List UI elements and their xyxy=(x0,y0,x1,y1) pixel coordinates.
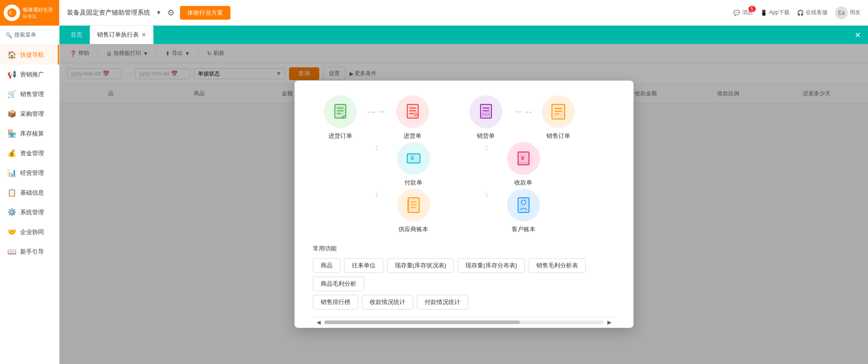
sales-bill-node[interactable] xyxy=(469,95,502,128)
arrow-down-receipt: ↓ xyxy=(478,189,496,199)
sales-icon: 🛒 xyxy=(7,90,16,98)
flow-row-2: ↓ ¥ xyxy=(313,142,615,187)
enterprise-icon: 🤝 xyxy=(7,228,16,236)
tab-close-topbar-icon[interactable]: ✕ xyxy=(851,27,864,43)
scroll-thumb[interactable] xyxy=(324,321,520,324)
flow-purchase-order: 进货订单 xyxy=(313,95,368,140)
arrow-down-sb: ↓ xyxy=(478,142,496,152)
scroll-right-arrow[interactable]: ▶ xyxy=(607,319,611,326)
sidebar-item-purchase[interactable]: 📦 采购管理 xyxy=(0,104,59,124)
purchase-order-label: 进货订单 xyxy=(328,132,352,140)
trial-button[interactable]: 体验行业方案 xyxy=(180,6,230,20)
sidebar-item-basic-info[interactable]: 📋 基础信息 xyxy=(0,183,59,202)
func-btn-stock-dist[interactable]: 现存量(库存分布表) xyxy=(458,258,525,273)
flow-row-3: ↓ xyxy=(313,189,615,234)
sidebar: 6 畅康通好生意 标准版 🔍 搜索菜单 🏠 快捷导航 📢 营销推广 xyxy=(0,0,60,364)
flow-modal: 进货订单 - - → xyxy=(295,81,633,328)
online-service-action[interactable]: 🎧 在线客服 xyxy=(797,9,828,16)
receipt-bill-node[interactable]: ¥ xyxy=(507,142,540,175)
func-btn-contacts[interactable]: 往来单位 xyxy=(344,258,383,273)
scroll-bar-area: ◀ ▶ xyxy=(313,317,615,327)
func-btn-product[interactable]: 商品 xyxy=(313,258,340,273)
flow-payment-bill: ¥ 付款单 xyxy=(386,142,441,187)
marketing-icon: 📢 xyxy=(7,70,16,79)
headset-icon: 🎧 xyxy=(797,10,804,16)
svg-rect-18 xyxy=(481,113,491,116)
arrow-down-pb: ↓ xyxy=(368,142,386,152)
logo-icon: 6 xyxy=(4,5,20,21)
func-btn-payment-stats[interactable]: 付款情况统计 xyxy=(417,295,468,310)
customer-ledger-label: 客户账本 xyxy=(512,225,535,234)
message-badge: 5 xyxy=(748,6,756,12)
sidebar-item-finance[interactable]: 💰 资金管理 xyxy=(0,143,59,163)
sidebar-search-area[interactable]: 🔍 搜索菜单 xyxy=(0,26,59,45)
sidebar-item-enterprise[interactable]: 🤝 企业协同 xyxy=(0,222,59,242)
svg-text:¥: ¥ xyxy=(520,154,524,162)
sidebar-item-sales[interactable]: 🛒 销售管理 xyxy=(0,84,59,104)
arrow-po-to-pb: - - → xyxy=(368,105,385,130)
sidebar-item-newbie[interactable]: 📖 新手引导 xyxy=(0,242,59,261)
svg-text:✓: ✓ xyxy=(415,113,418,117)
sidebar-item-operations[interactable]: 📊 经营管理 xyxy=(0,163,59,183)
app-download-action[interactable]: 📱 App下载 xyxy=(760,9,790,16)
svg-rect-31 xyxy=(408,198,419,212)
flow-sales-bill: 销货单 xyxy=(459,95,513,140)
svg-point-0 xyxy=(7,8,16,17)
topbar-actions: 💬 消息 5 📱 App下载 🎧 在线客服 Ea 用友 xyxy=(733,6,861,19)
sidebar-item-quick-nav[interactable]: 🏠 快捷导航 xyxy=(0,45,59,65)
topbar: 装备及固定资产辅助管理系统 ▼ ⚙ 体验行业方案 💬 消息 5 📱 App下载 … xyxy=(60,0,868,26)
tab-close-icon[interactable]: ✕ xyxy=(142,32,146,38)
search-menu-button[interactable]: 🔍 搜索菜单 xyxy=(4,29,55,41)
func-btn-product-profit[interactable]: 商品毛利分析 xyxy=(313,277,364,291)
topbar-settings-icon[interactable]: ⚙ xyxy=(167,8,175,18)
svg-text:6: 6 xyxy=(9,11,12,16)
func-buttons-row-2: 销售排行榜 收款情况统计 付款情况统计 xyxy=(313,295,615,310)
operations-icon: 📊 xyxy=(7,168,16,177)
topbar-dropdown-arrow[interactable]: ▼ xyxy=(156,9,162,16)
modal-content: 进货订单 - - → xyxy=(295,81,633,328)
sidebar-item-system[interactable]: ⚙️ 系统管理 xyxy=(0,202,59,222)
inventory-icon: 🏪 xyxy=(7,129,16,138)
func-buttons-row-1: 商品 往来单位 现存量(库存状况表) 现存量(库存分布表) 销售毛利分析表 商品… xyxy=(313,258,615,291)
common-func-title: 常用功能 xyxy=(313,244,615,253)
tab-home[interactable]: 首页 xyxy=(63,26,90,44)
search-icon: 🔍 xyxy=(5,32,12,38)
tab-sales-exec[interactable]: 销售订单执行表 ✕ xyxy=(90,26,153,44)
scroll-track[interactable] xyxy=(324,321,604,324)
payment-bill-node[interactable]: ¥ xyxy=(397,142,430,175)
flow-receipt-bill: ¥ 收款单 xyxy=(496,142,551,187)
content-area: ❓ 帮助 🖨 按模板打印 ▼ ⬆ 导出 ▼ ↻ 刷新 xyxy=(60,44,868,364)
modal-overlay[interactable]: 进货订单 - - → xyxy=(60,44,868,364)
sidebar-logo: 6 畅康通好生意 标准版 xyxy=(0,0,59,26)
tabbar: 首页 销售订单执行表 ✕ ✕ xyxy=(60,26,868,44)
flow-supplier-ledger: 供应商账本 xyxy=(386,189,441,234)
func-btn-stock-status[interactable]: 现存量(库存状况表) xyxy=(387,258,454,273)
sales-order-label: 销售订单 xyxy=(546,132,570,140)
system-icon: ⚙️ xyxy=(7,208,16,217)
func-btn-receipt-stats[interactable]: 收款情况统计 xyxy=(362,295,413,310)
purchase-bill-label: 进货单 xyxy=(404,132,421,140)
receipt-bill-label: 收款单 xyxy=(514,179,532,187)
sales-order-node[interactable] xyxy=(542,95,575,128)
sidebar-item-marketing[interactable]: 📢 营销推广 xyxy=(0,65,59,84)
purchase-order-node[interactable] xyxy=(324,95,357,128)
sidebar-item-inventory[interactable]: 🏪 库存核算 xyxy=(0,124,59,143)
arrow-so-to-sb: ← - - xyxy=(513,105,531,130)
purchase-icon: 📦 xyxy=(7,109,16,118)
scroll-left-arrow[interactable]: ◀ xyxy=(317,319,321,326)
flow-sales-order: 销售订单 xyxy=(531,95,586,140)
home-icon: 🏠 xyxy=(7,50,16,59)
func-btn-sales-profit[interactable]: 销售毛利分析表 xyxy=(529,258,586,273)
app-download-icon: 📱 xyxy=(760,10,767,16)
customer-ledger-node[interactable] xyxy=(507,189,540,222)
flow-customer-ledger: 客户账本 xyxy=(496,189,551,234)
func-btn-sales-rank[interactable]: 销售排行榜 xyxy=(313,295,358,310)
newbie-icon: 📖 xyxy=(7,247,16,256)
message-action[interactable]: 💬 消息 5 xyxy=(733,9,753,16)
user-action[interactable]: Ea 用友 xyxy=(835,6,861,19)
supplier-ledger-node[interactable] xyxy=(397,189,430,222)
main-content: 装备及固定资产辅助管理系统 ▼ ⚙ 体验行业方案 💬 消息 5 📱 App下载 … xyxy=(60,0,868,364)
flow-purchase-bill: ✓ 进货单 xyxy=(385,95,440,140)
purchase-bill-node[interactable]: ✓ xyxy=(396,95,429,128)
supplier-ledger-label: 供应商账本 xyxy=(399,225,428,234)
